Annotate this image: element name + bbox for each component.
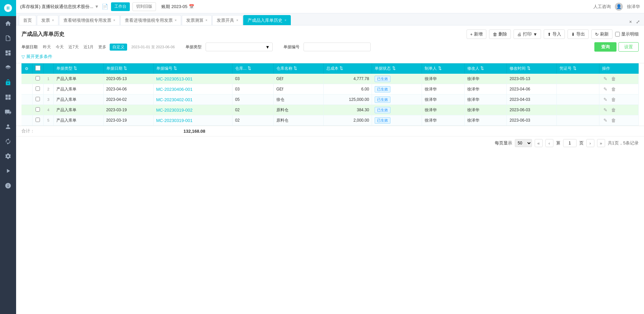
tab-sales-vat[interactable]: 查看销项增值税专用发票 × [59,15,120,25]
import-button[interactable]: ⬆ 导入 [544,29,565,39]
tab-invoice-issue-close[interactable]: × [236,18,238,22]
cell-docnum-2[interactable]: MC-20230406-001 [153,84,232,95]
edit-button-5[interactable]: ✎ [602,117,609,124]
user-name[interactable]: 徐泽华 [627,4,640,10]
delete-button-5[interactable]: 🗑 [610,117,617,124]
th-doc-type[interactable]: 单据类型 ⇅ [53,63,103,74]
delete-button-4[interactable]: 🗑 [610,107,617,113]
page-number-input[interactable] [563,139,577,147]
th-warehouse-name[interactable]: 仓库名称 ⇅ [273,63,323,74]
doc-num-input[interactable] [304,43,371,51]
per-page-select[interactable]: 10 20 50 100 [515,139,532,147]
sidebar-item-play[interactable] [0,164,16,178]
tab-invoice-issue[interactable]: 发票开具 × [212,15,243,25]
edit-button-2[interactable]: ✎ [602,86,609,92]
print-button[interactable]: 🖨 打印 ▼ [514,29,541,39]
tab-purchase-vat-close[interactable]: × [175,18,177,22]
tab-expand-button[interactable]: ⤢ [635,18,641,25]
th-modifier[interactable]: 修改人 ⇅ [464,63,506,74]
th-settings[interactable]: ⚙ [21,63,32,74]
last-page-button[interactable]: » [597,139,605,147]
row-checkbox-2[interactable] [36,86,40,91]
sidebar-item-docs[interactable] [0,31,16,46]
cell-checkbox-3[interactable] [32,95,43,105]
date-1month-button[interactable]: 近1月 [82,44,95,51]
tab-purchase-vat[interactable]: 查看进项增值税专用发票 × [120,15,181,25]
sidebar-item-refresh[interactable] [0,134,16,149]
export-button[interactable]: ⬇ 导出 [568,29,589,39]
query-button[interactable]: 查询 [594,42,616,52]
delete-button-2[interactable]: 🗑 [610,86,617,92]
sidebar-item-lock[interactable] [0,75,16,90]
date-custom-button[interactable]: 自定义 [110,44,127,51]
doc-num-link-1[interactable]: MC-20230513-001 [156,76,193,81]
th-doc-date[interactable]: 单据日期 ⇅ [103,63,153,74]
workbench-button[interactable]: 工作台 [111,2,130,11]
cell-docnum-5[interactable]: MC-20230319-001 [153,115,232,126]
date-more-button[interactable]: 更多 [97,44,108,51]
cell-checkbox-1[interactable] [32,74,43,84]
th-creator[interactable]: 制单人 ⇅ [422,63,464,74]
delete-button-3[interactable]: 🗑 [610,96,617,103]
date-7days-button[interactable]: 近7天 [67,44,80,51]
doc-num-link-5[interactable]: MC-20230319-001 [156,118,193,123]
doc-type-select[interactable]: ▼ [206,43,273,51]
tab-home[interactable]: 首页 [19,15,36,25]
edit-button-1[interactable]: ✎ [602,75,609,82]
next-page-button[interactable]: › [586,139,594,147]
refresh-button[interactable]: ↻ 刷新 [591,29,612,39]
th-warehouse-code[interactable]: 仓库... ⇅ [232,63,274,74]
sidebar-item-settings[interactable] [0,149,16,164]
cell-docnum-1[interactable]: MC-20230513-001 [153,74,232,84]
doc-num-link-3[interactable]: MC-20230402-001 [156,97,193,102]
sidebar-item-grid[interactable] [0,90,16,105]
th-total-cost[interactable]: 总成本 ⇅ [323,63,372,74]
th-voucher[interactable]: 凭证号 ⇅ [557,63,599,74]
th-doc-num[interactable]: 单据编号 ⇅ [153,63,232,74]
edit-button-3[interactable]: ✎ [602,96,609,103]
expand-filter-button[interactable]: ▽ 展开更多条件 [21,54,639,60]
row-checkbox-5[interactable] [36,118,40,122]
tab-invoice[interactable]: 发票 × [37,15,58,25]
row-checkbox-1[interactable] [36,76,40,80]
tab-product-history[interactable]: 产成品入库单历史 × [243,15,291,25]
tab-product-history-close[interactable]: × [284,18,286,22]
cell-checkbox-4[interactable] [32,105,43,115]
sidebar-item-truck[interactable] [0,105,16,119]
show-detail-checkbox[interactable] [615,32,620,37]
tab-invoice-close[interactable]: × [52,18,54,22]
tab-close-all-button[interactable]: × [628,18,633,25]
doc-num-link-4[interactable]: MC-20230319-002 [156,108,193,113]
cell-docnum-4[interactable]: MC-20230319-002 [153,105,232,115]
th-status[interactable]: 单据状态 ⇅ [372,63,422,74]
th-modify-time[interactable]: 修改时间 ⇅ [507,63,557,74]
row-checkbox-4[interactable] [36,107,40,112]
history-mode-button[interactable]: 切到旧版 [132,2,156,11]
sidebar-item-version[interactable] [0,178,16,193]
sidebar-item-home[interactable] [0,16,16,31]
sidebar-item-person[interactable] [0,119,16,134]
new-button[interactable]: + 新增 [467,29,487,39]
row-checkbox-3[interactable] [36,97,40,101]
delete-button-1[interactable]: 🗑 [610,75,617,82]
delete-button[interactable]: 🗑 删除 [489,29,511,39]
doc-num-link-2[interactable]: MC-20230406-001 [156,87,193,92]
date-today-button[interactable]: 今天 [54,44,65,51]
sidebar-item-chart[interactable] [0,46,16,60]
cell-checkbox-5[interactable] [32,115,43,126]
select-all-checkbox[interactable] [35,65,41,71]
date-yesterday-button[interactable]: 昨天 [42,44,52,51]
prev-page-button[interactable]: ‹ [545,139,553,147]
support-link[interactable]: 人工咨询 [593,4,611,10]
edit-button-4[interactable]: ✎ [602,107,609,113]
first-page-button[interactable]: « [535,139,543,147]
setting-button[interactable]: 设置 [619,42,639,52]
cell-docnum-3[interactable]: MC-20230402-001 [153,95,232,105]
tab-invoice-calc-close[interactable]: × [206,18,208,22]
sidebar-item-box[interactable] [0,60,16,75]
show-detail-toggle[interactable]: 显示明细 [615,31,639,37]
tab-sales-vat-close[interactable]: × [113,18,115,22]
cell-checkbox-2[interactable] [32,84,43,95]
th-checkbox[interactable] [32,63,43,74]
tab-invoice-calc[interactable]: 发票测算 × [182,15,212,25]
